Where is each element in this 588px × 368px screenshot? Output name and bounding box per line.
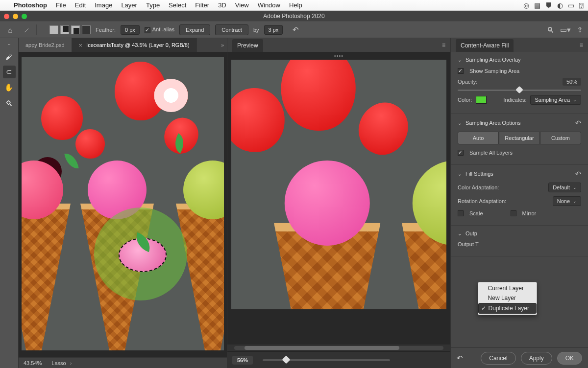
contrast-icon[interactable]: ◐ — [557, 1, 563, 9]
strawberry-icon — [231, 88, 285, 152]
preview-canvas[interactable] — [227, 60, 450, 345]
document-canvas[interactable] — [19, 52, 227, 357]
cc-icon[interactable]: ◎ — [523, 1, 529, 9]
menu-type[interactable]: Type — [146, 1, 160, 9]
tool-name: Lasso — [51, 360, 66, 366]
sampling-custom-button[interactable]: Custom — [540, 132, 581, 144]
menu-window[interactable]: Window — [258, 1, 280, 9]
panel-menu-icon[interactable]: ≡ — [580, 42, 583, 48]
reset-icon[interactable]: ↶ — [575, 119, 581, 127]
selection-mode-group — [49, 25, 91, 34]
menu-file[interactable]: File — [56, 1, 66, 9]
mirror-checkbox[interactable] — [511, 210, 518, 216]
close-tab-icon[interactable]: × — [79, 42, 83, 49]
tab-inactive[interactable]: appy Bride2.psd — [19, 38, 72, 52]
sampling-rect-button[interactable]: Rectangular — [499, 132, 540, 144]
chevron-down-icon[interactable]: ⌄ — [458, 57, 462, 63]
menu-layer[interactable]: Layer — [121, 1, 137, 9]
feather-label: Feather: — [96, 27, 116, 33]
close-window-button[interactable] — [4, 14, 9, 19]
menu-item-duplicate-layer[interactable]: Duplicate Layer — [478, 303, 537, 314]
expand-button[interactable]: Expand — [179, 24, 210, 35]
sample-all-checkbox[interactable] — [458, 149, 466, 156]
lasso-tool-icon[interactable]: ⊂ — [3, 66, 16, 78]
chevron-down-icon[interactable]: ⌄ — [458, 171, 462, 177]
selection-intersect-icon[interactable] — [82, 25, 91, 34]
by-label: by — [253, 27, 259, 33]
color-adapt-select[interactable]: Default⌄ — [548, 183, 581, 192]
fill-settings-section: ⌄Fill Settings↶ Color Adaptation:Default… — [451, 165, 588, 226]
shield-icon[interactable]: ⛊ — [545, 1, 552, 9]
document-column: appy Bride2.psd × IceceamIsTasty @ 43.5%… — [19, 38, 227, 368]
reset-icon[interactable]: ↶ — [575, 170, 581, 178]
section-title: Fill Settings — [466, 171, 493, 177]
toolstrip-collapse-icon[interactable]: ·· — [7, 41, 10, 47]
zoom-window-button[interactable] — [22, 14, 27, 19]
feather-input[interactable]: 0 px — [121, 25, 140, 35]
cancel-button[interactable]: Cancel — [481, 352, 515, 365]
sampling-auto-button[interactable]: Auto — [458, 132, 499, 144]
panel-menu-icon[interactable]: ≡ — [442, 42, 445, 48]
menu-select[interactable]: Select — [169, 1, 186, 9]
rot-adapt-select[interactable]: None⌄ — [553, 196, 581, 206]
menu-edit[interactable]: Edit — [75, 1, 86, 9]
opacity-slider[interactable] — [458, 90, 581, 91]
doc-icon[interactable]: ▤ — [534, 1, 540, 9]
zoom-tool-icon[interactable]: 🔍︎ — [3, 97, 16, 110]
chevron-right-icon[interactable]: › — [70, 360, 72, 366]
sampling-options-section: ⌄Sampling Area Options↶ Auto Rectangular… — [451, 114, 588, 165]
indicates-label: Indicates: — [503, 97, 526, 103]
home-icon[interactable]: ⌂ — [5, 24, 16, 35]
menu-filter[interactable]: Filter — [195, 1, 209, 9]
show-sampling-label: Show Sampling Area — [469, 68, 519, 74]
search-icon[interactable]: ⍰ — [579, 1, 583, 9]
reset-all-icon[interactable]: ↶ — [457, 354, 463, 363]
preview-hscrollbar[interactable] — [227, 345, 450, 351]
ok-button[interactable]: OK — [557, 352, 582, 365]
share-icon[interactable]: ⇪ — [577, 25, 583, 34]
selection-marquee[interactable] — [119, 238, 167, 272]
opacity-value[interactable]: 50% — [563, 78, 581, 86]
main-area: ·· 🖌 ⊂ ✋ 🔍︎ appy Bride2.psd × IceceamIsT… — [0, 38, 588, 368]
options-bar: ⌂ ⟋ Feather: 0 px Anti-alias Expand Cont… — [0, 22, 588, 38]
minimize-window-button[interactable] — [13, 14, 18, 19]
app-name[interactable]: Photoshop — [14, 1, 47, 9]
brush-tool-icon[interactable]: 🖌 — [3, 50, 16, 63]
chevron-down-icon[interactable]: ⌄ — [458, 120, 462, 126]
selection-add-icon[interactable] — [60, 25, 69, 34]
hand-tool-icon[interactable]: ✋ — [3, 81, 16, 94]
contract-button[interactable]: Contract — [215, 24, 248, 35]
color-swatch[interactable] — [476, 96, 487, 104]
apply-button[interactable]: Apply — [521, 352, 552, 365]
menu-image[interactable]: Image — [95, 1, 112, 9]
workspace-icon[interactable]: ▭▾ — [560, 25, 571, 34]
indicates-select[interactable]: Sampling Area⌄ — [530, 95, 581, 105]
preview-zoom-slider[interactable] — [263, 359, 390, 361]
tab-active[interactable]: × IceceamIsTasty @ 43.5% (Layer 0, RGB/8… — [72, 38, 197, 52]
chevron-down-icon[interactable]: ⌄ — [458, 231, 462, 236]
battery-icon[interactable]: ▭ — [568, 1, 574, 9]
icecream-cone — [274, 161, 381, 309]
menu-view[interactable]: View — [235, 1, 249, 9]
menu-item-new-layer[interactable]: New Layer — [478, 293, 537, 303]
sampling-overlay-section: ⌄Sampling Area Overlay Show Sampling Are… — [451, 52, 588, 114]
reset-icon[interactable]: ↶ — [293, 25, 299, 34]
search-docs-icon[interactable]: 🔍︎ — [547, 26, 554, 34]
menu-3d[interactable]: 3D — [218, 1, 226, 9]
show-sampling-checkbox[interactable] — [458, 68, 466, 74]
tab-overflow-icon[interactable]: » — [221, 42, 224, 48]
preview-header: Preview ≡ — [227, 38, 450, 52]
panel-grip[interactable]: •••• — [227, 52, 450, 60]
menu-item-current-layer[interactable]: Current Layer — [478, 283, 537, 293]
lasso-tool-icon[interactable]: ⟋ — [21, 24, 31, 35]
color-adapt-label: Color Adaptation: — [458, 184, 499, 190]
strawberry-icon — [75, 129, 105, 159]
selection-subtract-icon[interactable] — [71, 25, 80, 34]
selection-new-icon[interactable] — [49, 25, 58, 34]
scale-checkbox[interactable] — [458, 210, 466, 216]
preview-zoom-value[interactable]: 56% — [232, 356, 253, 365]
zoom-value[interactable]: 43.54% — [24, 360, 42, 366]
menu-help[interactable]: Help — [289, 1, 302, 9]
by-input[interactable]: 3 px — [264, 25, 283, 35]
antialias-checkbox[interactable]: Anti-alias — [145, 26, 174, 33]
